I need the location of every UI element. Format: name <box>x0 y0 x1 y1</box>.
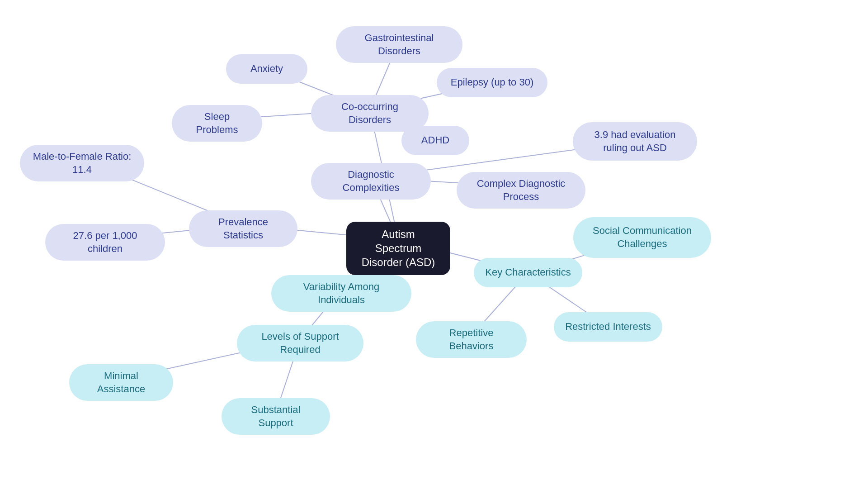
node-anxiety[interactable]: Anxiety <box>226 54 307 84</box>
node-gastrointestinalDisorders[interactable]: Gastrointestinal Disorders <box>336 26 462 63</box>
node-sleepProblems[interactable]: Sleep Problems <box>172 105 262 142</box>
node-levelsOfSupportRequired[interactable]: Levels of Support Required <box>237 325 363 362</box>
node-minimalAssistance[interactable]: Minimal Assistance <box>69 364 173 401</box>
node-substantialSupport[interactable]: Substantial Support <box>222 398 330 435</box>
node-epilepsy[interactable]: Epilepsy (up to 30) <box>437 68 547 97</box>
node-diagnosticComplexities[interactable]: Diagnostic Complexities <box>311 163 431 200</box>
node-prevalenceStatistics[interactable]: Prevalence Statistics <box>189 210 297 247</box>
node-complexDiagnosticProcess[interactable]: Complex Diagnostic Process <box>457 172 585 209</box>
node-keyCharacteristics[interactable]: Key Characteristics <box>474 258 582 287</box>
node-maleToFemaleRatio[interactable]: Male-to-Female Ratio: 11.4 <box>20 145 144 181</box>
node-repetitiveBehaviors[interactable]: Repetitive Behaviors <box>416 321 527 358</box>
node-socialCommunicationChallenges[interactable]: Social Communication Challenges <box>573 217 711 258</box>
node-center[interactable]: Autism Spectrum Disorder (ASD) <box>346 222 450 275</box>
node-adhd[interactable]: ADHD <box>401 126 469 155</box>
node-per1000Children[interactable]: 27.6 per 1,000 children <box>45 224 165 261</box>
node-restrictedInterests[interactable]: Restricted Interests <box>554 312 662 342</box>
node-evaluationRulingOut[interactable]: 3.9 had evaluation ruling out ASD <box>573 122 697 161</box>
node-variabilityAmongIndividuals[interactable]: Variability Among Individuals <box>271 275 411 312</box>
